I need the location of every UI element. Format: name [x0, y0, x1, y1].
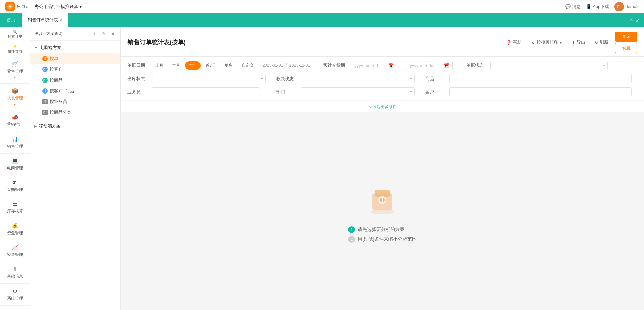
delivery-label: 出库状态: [127, 76, 146, 82]
settings-btn[interactable]: 设置: [615, 43, 637, 53]
query-btn[interactable]: 查询: [615, 32, 637, 42]
customer-dots[interactable]: ···: [633, 89, 637, 95]
base-icon: ℹ: [14, 266, 16, 272]
inventory-icon: 🗃: [12, 201, 18, 207]
status-select[interactable]: [490, 61, 608, 70]
date-btn-more[interactable]: 更多: [221, 61, 236, 70]
wholesale-label: 批发管理: [7, 95, 23, 101]
tree-arrow-down: ▼: [34, 46, 38, 50]
print-label: 按模板打印: [537, 39, 558, 45]
print-btn[interactable]: 🖨 按模板打印 ▾: [528, 38, 565, 47]
calendar-icon-2: 📅: [443, 63, 449, 68]
cg-scheme-label: 按客户+商品: [50, 88, 74, 94]
sidebar: 🔍 搜索菜单 ⚡ 快捷导航 🛒 零售管理 ▼ 📦 批发管理 ▲ 📣 营销推广 📊…: [0, 27, 30, 310]
sidebar-item-finance[interactable]: 💰 资金管理: [0, 218, 30, 240]
status-select-wrap: ▾: [490, 61, 608, 70]
app-selector-arrow: ▾: [79, 4, 82, 9]
help-icon: ❓: [506, 40, 512, 45]
date-btn-thismonth[interactable]: 本月: [168, 61, 184, 70]
ops-label: 经营管理: [7, 252, 23, 258]
logo-icon: [5, 2, 15, 11]
expected-date-start[interactable]: yyyy-mm-dd 📅: [351, 61, 397, 70]
goods-dots[interactable]: ···: [633, 76, 637, 82]
status-label: 单据状态: [466, 62, 485, 68]
sidebar-quick-nav[interactable]: ⚡ 快捷导航: [0, 42, 30, 57]
sidebar-search[interactable]: 🔍 搜索菜单: [0, 27, 30, 42]
tree-child-goods[interactable]: 按 按商品: [30, 75, 120, 86]
svg-rect-3: [375, 190, 390, 197]
message-btn[interactable]: 💬 消息: [565, 4, 581, 10]
date-label: 单据日期: [127, 62, 146, 68]
tab-active[interactable]: 销售订单统计表 ×: [22, 13, 68, 27]
sidebar-item-base[interactable]: ℹ 基础信息: [0, 262, 30, 284]
filter-row-3: 业务员 ··· 部门 ▾ 客户 ···: [127, 87, 637, 96]
salesman-dots[interactable]: ···: [261, 89, 266, 95]
tree-child-salesman[interactable]: 按 按业务员: [30, 96, 120, 107]
expected-date-end[interactable]: yyyy-mm-dd 📅: [406, 61, 453, 70]
sidebar-item-retail[interactable]: 🛒 零售管理 ▼: [0, 57, 30, 84]
calendar-icon-1: 📅: [388, 63, 394, 68]
refresh-btn[interactable]: ↻ 刷新: [592, 38, 611, 47]
sidebar-item-purchase[interactable]: 🛍 采购管理: [0, 175, 30, 197]
tree-child-customer-goods[interactable]: 按 按客户+商品: [30, 86, 120, 96]
finance-icon: 💰: [12, 222, 18, 229]
purchase-icon: 🛍: [12, 179, 18, 186]
sidebar-item-inventory[interactable]: 🗃 库存核算: [0, 197, 30, 218]
sidebar-item-ops[interactable]: 📈 经营管理: [0, 240, 30, 262]
sales-label: 销售管理: [7, 144, 23, 149]
sidebar-item-system[interactable]: ⚙ 系统管理: [0, 284, 30, 306]
department-select[interactable]: [301, 87, 415, 96]
tree-mobile-label: 移动端方案: [39, 123, 61, 129]
tab-minimize-btn[interactable]: ×: [630, 17, 633, 23]
tip-num-2: 2: [348, 236, 355, 243]
export-icon: ⬇: [572, 40, 575, 45]
sidebar-item-marketing[interactable]: 📣 营销推广: [0, 110, 30, 132]
message-icon: 💬: [565, 4, 571, 9]
add-scheme-btn[interactable]: +: [91, 30, 98, 37]
retail-icon: 🛒: [12, 61, 18, 67]
tab-home[interactable]: 首页: [0, 13, 22, 27]
date-btn-lastmonth[interactable]: 上月: [152, 61, 167, 70]
sidebar-item-enterprise[interactable]: 🤝 企业协同: [0, 306, 30, 310]
quick-label: 快捷导航: [2, 49, 28, 54]
sidebar-item-ecommerce[interactable]: 💻 电商管理: [0, 154, 30, 175]
marketing-label: 营销推广: [7, 122, 23, 127]
goods-input[interactable]: [449, 74, 632, 83]
help-btn[interactable]: ❓ 帮助: [503, 38, 524, 47]
salesman-input[interactable]: [152, 87, 260, 96]
collapse-panel-btn[interactable]: «: [110, 30, 116, 37]
tree-child-customer[interactable]: 按 按客户: [30, 64, 120, 75]
page-title: 销售订单统计表(按单): [127, 38, 186, 46]
order-scheme-icon: 按: [42, 56, 48, 61]
tree-parent-mobile[interactable]: ▶ 移动端方案: [30, 120, 120, 132]
download-btn[interactable]: 📱 App下载: [586, 4, 609, 10]
top-bar-right: 💬 消息 📱 App下载 Ea demo2: [565, 2, 639, 11]
quick-icon: ⚡: [2, 45, 28, 49]
user-profile[interactable]: Ea demo2: [614, 2, 639, 11]
date-btn-7days[interactable]: 近7天: [202, 61, 220, 70]
tree-child-category[interactable]: 按 按商品分类: [30, 107, 120, 118]
edit-scheme-btn[interactable]: ✎: [100, 30, 107, 37]
delivery-select[interactable]: [152, 74, 266, 83]
payment-select-wrap: ▾: [301, 74, 415, 83]
refresh-label: 刷新: [600, 39, 608, 45]
tip-text-1: 请先选择要分析的方案: [358, 227, 405, 233]
payment-select[interactable]: [301, 74, 415, 83]
tree-parent-desktop[interactable]: ▼ 电脑端方案: [30, 42, 120, 53]
tab-maximize-btn[interactable]: ⤢: [636, 17, 640, 23]
tree-child-order[interactable]: 按 按单: [30, 53, 120, 64]
date-btn-thisyear[interactable]: 本年: [185, 61, 201, 70]
app-selector[interactable]: 办公用品行业模拟账套 ▾: [32, 2, 85, 11]
sidebar-item-sales[interactable]: 📊 销售管理: [0, 132, 30, 154]
export-btn[interactable]: ⬇ 导出: [569, 38, 588, 47]
logo-area: 标准版: [5, 2, 28, 11]
tab-close-btn[interactable]: ×: [60, 18, 62, 22]
top-bar-left: 标准版 办公用品行业模拟账套 ▾: [5, 2, 85, 11]
refresh-icon: ↻: [595, 40, 598, 45]
sidebar-item-wholesale[interactable]: 📦 批发管理 ▲: [0, 84, 30, 110]
customer-input[interactable]: [449, 87, 632, 96]
category-scheme-icon: 按: [42, 110, 48, 115]
date-btn-custom[interactable]: 自定义: [238, 61, 257, 70]
goods-scheme-label: 按商品: [50, 77, 63, 83]
collapse-bar[interactable]: ∧ 收起更多条件: [121, 101, 644, 112]
